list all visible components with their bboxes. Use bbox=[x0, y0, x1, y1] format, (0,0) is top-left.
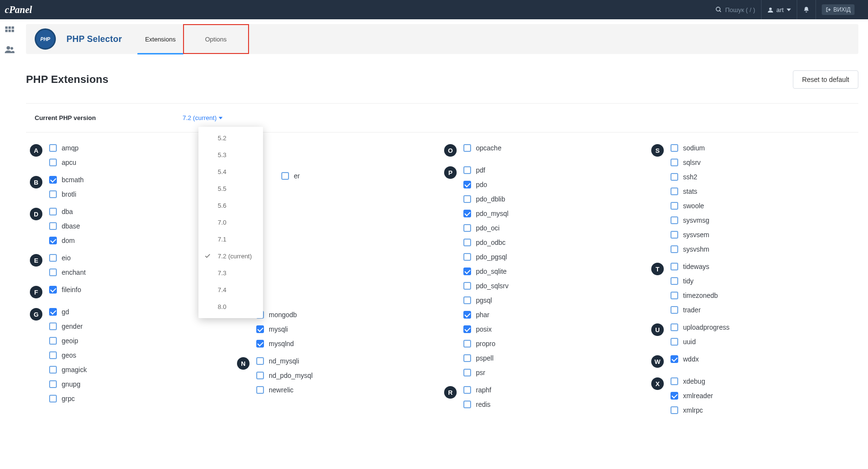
extension-row[interactable]: posix bbox=[463, 323, 509, 335]
checkbox[interactable] bbox=[463, 282, 471, 290]
extension-row[interactable]: mysqli bbox=[256, 323, 297, 335]
checkbox[interactable] bbox=[256, 340, 264, 348]
extension-row[interactable]: pdo_mysql bbox=[463, 208, 509, 219]
checkbox[interactable] bbox=[463, 224, 471, 232]
checkbox[interactable] bbox=[463, 239, 471, 246]
extension-row[interactable]: pdo_sqlsrv bbox=[463, 280, 509, 292]
search[interactable]: Пошук ( / ) bbox=[710, 0, 761, 19]
version-option[interactable]: 8.0 bbox=[198, 298, 263, 315]
extension-row[interactable]: psr bbox=[463, 367, 509, 378]
user-menu[interactable]: art bbox=[761, 0, 797, 19]
version-option[interactable]: 7.1 bbox=[198, 231, 263, 248]
checkbox[interactable] bbox=[463, 181, 471, 188]
checkbox[interactable] bbox=[49, 237, 57, 244]
checkbox[interactable] bbox=[671, 159, 678, 166]
extension-row[interactable]: gd bbox=[49, 306, 87, 318]
checkbox[interactable] bbox=[49, 144, 57, 152]
checkbox[interactable] bbox=[49, 351, 57, 359]
extension-row[interactable]: nd_pdo_mysql bbox=[256, 370, 313, 381]
extension-row[interactable]: sqlsrv bbox=[671, 157, 709, 168]
checkbox[interactable] bbox=[463, 340, 471, 348]
checkbox[interactable] bbox=[671, 377, 678, 385]
extension-row[interactable]: xmlrpc bbox=[671, 404, 713, 416]
checkbox[interactable] bbox=[671, 144, 678, 152]
checkbox[interactable] bbox=[463, 311, 471, 319]
version-option[interactable]: 5.3 bbox=[198, 147, 263, 163]
extension-row[interactable]: pdf bbox=[463, 164, 509, 176]
extension-row[interactable]: timezonedb bbox=[671, 290, 718, 301]
extension-row[interactable]: wddx bbox=[671, 353, 699, 365]
checkbox[interactable] bbox=[671, 338, 678, 346]
checkbox[interactable] bbox=[256, 372, 264, 379]
extension-row[interactable]: propro bbox=[463, 338, 509, 349]
checkbox[interactable] bbox=[463, 325, 471, 333]
checkbox[interactable] bbox=[49, 176, 57, 184]
checkbox[interactable] bbox=[49, 337, 57, 345]
checkbox[interactable] bbox=[463, 144, 471, 152]
extension-row[interactable]: sysvsem bbox=[671, 229, 709, 241]
extension-row[interactable]: apcu bbox=[49, 157, 79, 168]
extension-row[interactable]: pdo bbox=[463, 179, 509, 190]
checkbox[interactable] bbox=[49, 322, 57, 330]
extension-row[interactable]: uploadprogress bbox=[671, 322, 730, 333]
extension-row[interactable]: geoip bbox=[49, 335, 87, 347]
checkbox[interactable] bbox=[256, 386, 264, 394]
extension-row[interactable]: phar bbox=[463, 309, 509, 321]
extension-row[interactable]: gender bbox=[49, 321, 87, 332]
checkbox[interactable] bbox=[671, 306, 678, 314]
extension-row[interactable]: brotli bbox=[49, 188, 84, 200]
notifications[interactable] bbox=[797, 0, 815, 19]
extension-row[interactable]: fileinfo bbox=[49, 284, 81, 295]
checkbox[interactable] bbox=[671, 245, 678, 253]
reset-button[interactable]: Reset to default bbox=[793, 70, 858, 89]
version-option[interactable]: 5.5 bbox=[198, 180, 263, 197]
logout[interactable]: ВИХІД bbox=[815, 0, 860, 19]
users-icon[interactable] bbox=[4, 44, 15, 55]
version-option[interactable]: 7.4 bbox=[198, 281, 263, 298]
checkbox[interactable] bbox=[49, 286, 57, 294]
checkbox[interactable] bbox=[671, 231, 678, 239]
extension-row[interactable]: trader bbox=[671, 304, 718, 316]
version-option[interactable]: 5.6 bbox=[198, 197, 263, 214]
version-select[interactable]: 7.2 (current) bbox=[183, 114, 223, 121]
extension-row[interactable]: xmlreader bbox=[671, 390, 713, 402]
extension-row[interactable]: amqp bbox=[49, 142, 79, 154]
extension-row[interactable]: ssh2 bbox=[671, 171, 709, 183]
version-option[interactable]: 7.0 bbox=[198, 214, 263, 231]
checkbox[interactable] bbox=[671, 323, 678, 331]
checkbox[interactable] bbox=[281, 172, 289, 180]
checkbox[interactable] bbox=[671, 355, 678, 363]
checkbox[interactable] bbox=[671, 392, 678, 400]
checkbox[interactable] bbox=[49, 190, 57, 198]
checkbox[interactable] bbox=[671, 173, 678, 181]
extension-row[interactable]: geos bbox=[49, 349, 87, 361]
version-option[interactable]: 7.3 bbox=[198, 265, 263, 281]
extension-row[interactable]: grpc bbox=[49, 393, 87, 404]
extension-row[interactable]: newrelic bbox=[256, 384, 313, 396]
extension-row[interactable]: pdo_sqlite bbox=[463, 266, 509, 277]
checkbox[interactable] bbox=[256, 357, 264, 365]
extension-row[interactable]: enchant bbox=[49, 267, 86, 278]
checkbox[interactable] bbox=[463, 369, 471, 376]
checkbox[interactable] bbox=[49, 159, 57, 166]
extension-row[interactable]: sysvmsg bbox=[671, 214, 709, 226]
checkbox[interactable] bbox=[463, 166, 471, 174]
checkbox[interactable] bbox=[463, 354, 471, 362]
extension-row[interactable]: bcmath bbox=[49, 174, 84, 186]
checkbox[interactable] bbox=[463, 296, 471, 304]
checkbox[interactable] bbox=[463, 210, 471, 217]
checkbox[interactable] bbox=[49, 395, 57, 402]
checkbox[interactable] bbox=[671, 202, 678, 210]
checkbox[interactable] bbox=[671, 216, 678, 224]
extension-row[interactable]: er bbox=[281, 170, 300, 182]
checkbox[interactable] bbox=[671, 292, 678, 299]
extension-row[interactable]: tideways bbox=[671, 261, 718, 272]
extension-row[interactable]: gmagick bbox=[49, 364, 87, 375]
extension-row[interactable]: sysvshm bbox=[671, 243, 709, 255]
extension-row[interactable]: sodium bbox=[671, 142, 709, 154]
tab-extensions[interactable]: Extensions bbox=[137, 24, 184, 54]
extension-row[interactable]: gnupg bbox=[49, 378, 87, 390]
checkbox[interactable] bbox=[671, 406, 678, 414]
extension-row[interactable]: dom bbox=[49, 235, 80, 246]
checkbox[interactable] bbox=[256, 325, 264, 333]
